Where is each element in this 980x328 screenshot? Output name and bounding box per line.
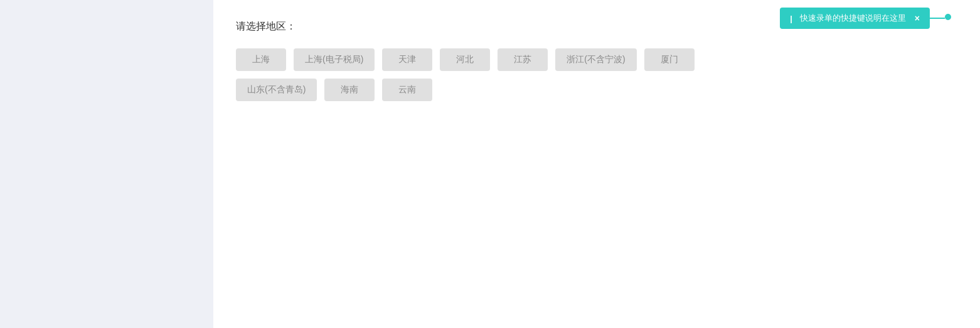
region-btn-shandong[interactable]: 山东(不含青岛): [236, 79, 317, 101]
region-row-2: 山东(不含青岛)海南云南: [236, 79, 957, 101]
region-btn-hebei[interactable]: 河北: [440, 48, 490, 71]
region-btn-zhejiang[interactable]: 浙江(不含宁波): [555, 48, 636, 71]
region-btn-shanghai[interactable]: 上海: [236, 48, 286, 71]
tooltip-text: 快速录单的快捷键说明在这里: [800, 13, 906, 24]
region-btn-xiamen[interactable]: 厦门: [644, 48, 695, 71]
main-content: 请选择地区： 上海上海(电子税局)天津河北江苏浙江(不含宁波)厦门 山东(不含青…: [213, 0, 980, 328]
region-btn-jiangsu[interactable]: 江苏: [498, 48, 548, 71]
tooltip-dot: [945, 14, 951, 20]
region-btn-hainan[interactable]: 海南: [324, 79, 375, 101]
tooltip-banner: 快速录单的快捷键说明在这里 ×: [780, 8, 930, 29]
region-btn-tianjin[interactable]: 天津: [382, 48, 432, 71]
region-btn-shanghai-etax[interactable]: 上海(电子税局): [294, 48, 375, 71]
region-btn-yunnan[interactable]: 云南: [382, 79, 432, 101]
sidebar: [0, 0, 213, 328]
region-row-1: 上海上海(电子税局)天津河北江苏浙江(不含宁波)厦门: [236, 48, 957, 71]
tooltip-close-button[interactable]: ×: [915, 13, 920, 23]
tooltip-line: [930, 18, 945, 19]
